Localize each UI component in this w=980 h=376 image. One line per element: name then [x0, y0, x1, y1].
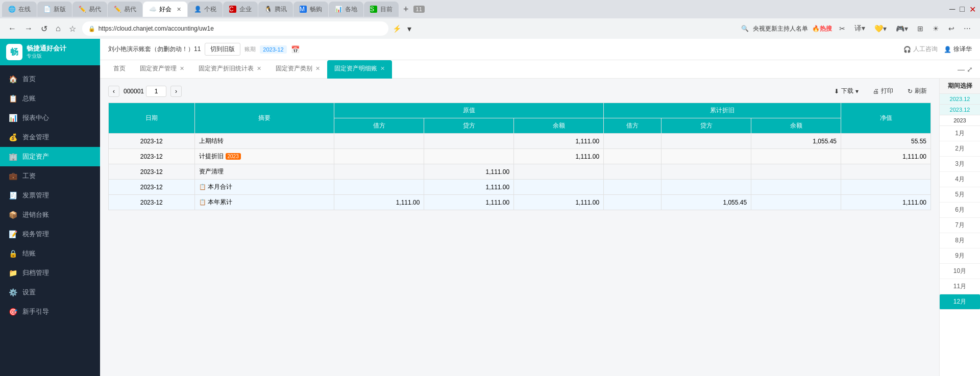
minimize-panel-button[interactable]: — — [957, 64, 966, 74]
headset-icon: 🎧 — [903, 46, 911, 53]
table-cell-dep-debit-1 — [604, 149, 662, 164]
sidebar-item-archive[interactable]: 📁 归档管理 — [0, 263, 100, 283]
prev-page-button[interactable]: ‹ — [108, 86, 119, 97]
col-subheader-orig-credit: 贷方 — [424, 118, 514, 134]
expand-panel-button[interactable]: ⤢ — [966, 64, 974, 74]
tab-close-5[interactable]: ✕ — [177, 6, 181, 13]
wallet-btn[interactable]: 💛▾ — [871, 23, 890, 34]
switch-version-button[interactable]: 切到旧版 — [205, 43, 240, 56]
period-month-9[interactable]: 9月 — [940, 248, 980, 264]
download-button[interactable]: ⬇ 下载 ▾ — [830, 85, 863, 97]
tab-depreciation-stats[interactable]: 固定资产折旧统计表 ✕ — [191, 60, 268, 79]
purchase-sales-icon: 📦 — [8, 210, 17, 219]
more-btn[interactable]: ⋯ — [961, 23, 974, 34]
print-button[interactable]: 🖨 打印 — [869, 85, 897, 97]
sidebar-item-tax-mgmt[interactable]: 📝 税务管理 — [0, 224, 100, 244]
translate-btn[interactable]: 译▾ — [851, 23, 868, 34]
sidebar-item-settings[interactable]: ⚙️ 设置 — [0, 283, 100, 302]
home-button[interactable]: ⌂ — [54, 22, 63, 35]
next-page-button[interactable]: › — [170, 86, 182, 97]
browser-tab-5[interactable]: ☁️ 好会 ✕ — [143, 2, 187, 17]
sidebar-title: 畅捷通好会计 — [27, 44, 66, 53]
sidebar-item-fund-mgmt[interactable]: 💰 资金管理 — [0, 128, 100, 147]
extension-icon-1[interactable]: ⚡ — [393, 24, 401, 33]
sidebar-item-reports[interactable]: 📊 报表中心 — [0, 108, 100, 128]
col-header-summary: 摘要 — [194, 103, 334, 134]
period-month-10[interactable]: 10月 — [940, 264, 980, 279]
reload-button[interactable]: ↺ — [39, 22, 50, 36]
period-month-11[interactable]: 11月 — [940, 279, 980, 294]
sidebar-item-home[interactable]: 🏠 首页 — [0, 69, 100, 89]
period-month-1[interactable]: 1月 — [940, 126, 980, 141]
back-button[interactable]: ← — [6, 22, 18, 35]
tab-asset-category[interactable]: 固定资产类别 ✕ — [268, 60, 327, 79]
game-btn[interactable]: 🎮▾ — [893, 23, 911, 34]
period-month-2[interactable]: 2月 — [940, 141, 980, 157]
sidebar-item-general-ledger[interactable]: 📋 总账 — [0, 89, 100, 108]
col-header-depreciation: 累计折旧 — [604, 103, 841, 118]
tab-close-fixed-asset-mgmt[interactable]: ✕ — [180, 65, 184, 72]
support-button[interactable]: 🎧 人工咨询 — [903, 45, 938, 54]
history-btn[interactable]: ↩ — [945, 23, 958, 34]
sidebar-item-purchase-sales[interactable]: 📦 进销台账 — [0, 205, 100, 224]
forward-button[interactable]: → — [22, 22, 35, 35]
sidebar-item-closing[interactable]: 🔒 结账 — [0, 244, 100, 263]
period-month-7[interactable]: 7月 — [940, 218, 980, 233]
browser-tab-2[interactable]: 📄 新版 — [37, 2, 72, 17]
sidebar-label-general-ledger: 总账 — [22, 94, 36, 103]
browser-tab-7[interactable]: C 企业 — [223, 2, 258, 17]
dropdown-button[interactable]: ▾ — [405, 22, 413, 36]
tab-close-asset-ledger[interactable]: ✕ — [380, 65, 385, 72]
print-label: 打印 — [881, 87, 893, 95]
tab-count-badge[interactable]: 11 — [413, 6, 425, 13]
period-month-3[interactable]: 3月 — [940, 157, 980, 172]
support-label: 人工咨询 — [913, 45, 938, 54]
refresh-button[interactable]: ↻ 刷新 — [903, 85, 931, 97]
page-current-input[interactable] — [146, 86, 166, 97]
browser-tab-9[interactable]: M 畅购 — [293, 2, 328, 17]
period-month-6[interactable]: 6月 — [940, 203, 980, 218]
browser-tab-3[interactable]: ✏️ 易代 — [72, 2, 107, 17]
tab-close-depreciation-stats[interactable]: ✕ — [257, 65, 261, 72]
scissors-btn[interactable]: ✂ — [836, 23, 848, 34]
new-tab-button[interactable]: + — [399, 4, 413, 15]
hot-search-label[interactable]: 🔥热搜 — [812, 24, 832, 33]
browser-tab-10[interactable]: 📊 各地 — [329, 2, 363, 17]
table-cell-dep-debit-2 — [604, 164, 662, 180]
grid-btn[interactable]: ⊞ — [914, 23, 926, 34]
user-display-name: 徐译华 — [953, 45, 972, 54]
browser-tab-1[interactable]: 🌐 在线 — [2, 2, 37, 17]
bookmark-button[interactable]: ☆ — [67, 22, 78, 36]
period-month-12[interactable]: 12月 — [940, 294, 980, 310]
table-cell-dep-credit-2 — [662, 164, 751, 180]
table-cell-dep-credit-1 — [662, 149, 751, 164]
sidebar-item-fixed-assets[interactable]: 🏢 固定资产 — [0, 147, 100, 166]
tab-close-asset-category[interactable]: ✕ — [315, 65, 320, 72]
ledger-icon: 📋 — [8, 94, 17, 103]
table-cell-summary-4: 📋本年累计 — [194, 195, 334, 210]
period-month-8[interactable]: 8月 — [940, 233, 980, 248]
table-cell-orig-credit-1 — [424, 149, 514, 164]
browser-tab-11[interactable]: S 目前 — [364, 2, 399, 17]
address-input-box[interactable]: 🔒 https://cloud.chanjet.com/accounting/u… — [82, 21, 388, 36]
minimize-button[interactable]: ─ — [947, 3, 957, 16]
user-profile-button[interactable]: 👤 徐译华 — [944, 45, 972, 54]
sidebar-item-payroll[interactable]: 💼 工资 — [0, 166, 100, 186]
period-label: 账期 — [244, 45, 256, 53]
browser-tab-4[interactable]: ✏️ 易代 — [108, 2, 142, 17]
period-month-4[interactable]: 4月 — [940, 172, 980, 187]
tab-home[interactable]: 首页 — [106, 60, 133, 79]
sidebar-label-tax-mgmt: 税务管理 — [22, 230, 49, 239]
brightness-btn[interactable]: ☀ — [929, 23, 942, 34]
tab-fixed-asset-mgmt[interactable]: 固定资产管理 ✕ — [133, 60, 191, 79]
tab-asset-ledger[interactable]: 固定资产明细账 ✕ — [327, 60, 392, 79]
browser-tab-8[interactable]: 🐧 腾讯 — [258, 2, 293, 17]
sidebar-label-guide: 新手引导 — [22, 307, 49, 316]
period-month-5[interactable]: 5月 — [940, 187, 980, 203]
sidebar-item-invoice-mgmt[interactable]: 🧾 发票管理 — [0, 186, 100, 205]
close-browser-button[interactable]: ✕ — [967, 3, 978, 16]
sidebar-label-payroll: 工资 — [22, 171, 36, 181]
sidebar-item-guide[interactable]: 🎯 新手引导 — [0, 302, 100, 321]
maximize-button[interactable]: □ — [958, 3, 967, 16]
browser-tab-6[interactable]: 👤 个税 — [188, 2, 223, 17]
